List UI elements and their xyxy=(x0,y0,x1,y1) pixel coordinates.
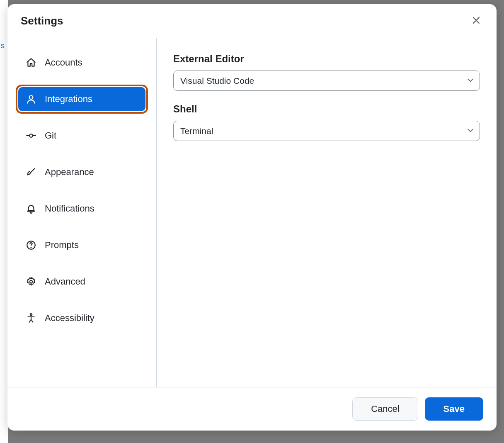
bell-icon xyxy=(26,203,36,214)
sidebar-item-label: Accessibility xyxy=(45,313,94,324)
commit-icon xyxy=(26,130,36,141)
sidebar-item-label: Prompts xyxy=(45,240,79,251)
external-editor-select-wrapper: Visual Studio Code xyxy=(173,71,480,91)
settings-modal: Settings AccountsIntegrationsGitAppearan… xyxy=(7,4,497,431)
sidebar-item-integrations[interactable]: Integrations xyxy=(18,87,145,111)
settings-main-panel: External Editor Visual Studio Code Shell… xyxy=(157,38,497,387)
sidebar-item-git[interactable]: Git xyxy=(18,124,145,148)
external-editor-select[interactable]: Visual Studio Code xyxy=(173,71,480,91)
sidebar-item-wrapper: Advanced xyxy=(16,267,148,296)
sidebar-item-wrapper: Accounts xyxy=(16,48,148,77)
sidebar-item-wrapper: Git xyxy=(16,121,148,150)
external-editor-field: External Editor Visual Studio Code xyxy=(173,53,480,91)
modal-footer: Cancel Save xyxy=(7,387,497,431)
sidebar-item-label: Integrations xyxy=(45,94,92,105)
shell-label: Shell xyxy=(173,103,480,115)
accessibility-icon xyxy=(26,313,36,324)
cancel-button[interactable]: Cancel xyxy=(352,397,418,421)
settings-sidebar: AccountsIntegrationsGitAppearanceNotific… xyxy=(7,38,157,387)
brush-icon xyxy=(26,167,36,178)
sidebar-item-label: Notifications xyxy=(45,203,94,214)
question-icon xyxy=(26,240,36,251)
sidebar-item-wrapper: Integrations xyxy=(16,85,148,114)
sidebar-item-accessibility[interactable]: Accessibility xyxy=(18,306,145,330)
external-editor-label: External Editor xyxy=(173,53,480,65)
background-obscured-text: s xyxy=(0,0,8,443)
svg-point-0 xyxy=(29,95,33,99)
shell-select[interactable]: Terminal xyxy=(173,121,480,141)
save-button[interactable]: Save xyxy=(425,397,483,421)
sidebar-item-wrapper: Notifications xyxy=(16,194,148,223)
sidebar-item-prompts[interactable]: Prompts xyxy=(18,233,145,257)
svg-point-5 xyxy=(31,247,31,248)
svg-point-1 xyxy=(29,134,33,137)
shell-field: Shell Terminal xyxy=(173,103,480,141)
close-button[interactable] xyxy=(469,13,483,29)
person-icon xyxy=(26,94,36,105)
sidebar-item-label: Git xyxy=(45,130,56,141)
sidebar-item-label: Accounts xyxy=(45,57,82,68)
sidebar-item-notifications[interactable]: Notifications xyxy=(18,197,145,221)
close-icon xyxy=(472,16,481,26)
sidebar-item-wrapper: Accessibility xyxy=(16,304,148,333)
shell-select-wrapper: Terminal xyxy=(173,121,480,141)
sidebar-item-advanced[interactable]: Advanced xyxy=(18,270,145,294)
sidebar-item-wrapper: Appearance xyxy=(16,158,148,187)
modal-header: Settings xyxy=(7,4,497,38)
gear-icon xyxy=(26,276,36,287)
sidebar-item-label: Appearance xyxy=(45,167,94,178)
home-icon xyxy=(26,57,36,68)
sidebar-item-label: Advanced xyxy=(45,276,85,287)
modal-body: AccountsIntegrationsGitAppearanceNotific… xyxy=(7,38,497,387)
svg-point-6 xyxy=(30,280,33,283)
svg-point-7 xyxy=(30,314,32,315)
sidebar-item-appearance[interactable]: Appearance xyxy=(18,160,145,184)
modal-title: Settings xyxy=(21,15,63,27)
sidebar-item-accounts[interactable]: Accounts xyxy=(18,51,145,75)
sidebar-item-wrapper: Prompts xyxy=(16,231,148,260)
